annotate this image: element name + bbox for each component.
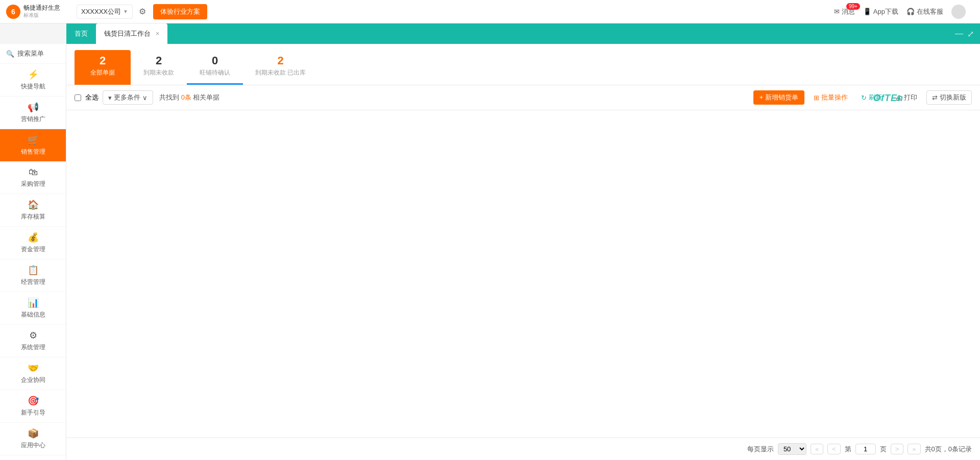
- print-button[interactable]: 🖨 打印: [891, 91, 921, 104]
- tab-bar-actions: — ⤢: [955, 29, 980, 39]
- stat-tab-overdue[interactable]: 2 到期未收款: [131, 50, 187, 85]
- sidebar-item-marketing[interactable]: 📢 营销推广: [0, 96, 66, 129]
- tab-minimize-btn[interactable]: —: [955, 29, 963, 38]
- page-prefix: 第: [845, 445, 851, 454]
- top-header: 6 畅捷通好生意 标准版 XXXXXX公司 ▼ ⚙ 体验行业方案 ✉ 消息 99…: [0, 0, 980, 23]
- sidebar-item-label: 快捷导航: [21, 82, 45, 91]
- basic-info-icon: 📊: [28, 297, 39, 308]
- stat-tab-pending[interactable]: 0 旺铺待确认: [187, 50, 243, 85]
- print-icon: 🖨: [895, 94, 902, 102]
- app-download[interactable]: 📱 App下载: [863, 7, 898, 16]
- sidebar-item-label: 库存核算: [21, 212, 45, 221]
- stat-label-overdue: 到期未收款: [143, 68, 174, 77]
- settings-icon[interactable]: ⚙: [137, 5, 148, 18]
- switch-icon: ⇄: [932, 94, 938, 102]
- tab-maximize-btn[interactable]: ⤢: [967, 29, 974, 39]
- sidebar-item-guide[interactable]: 🎯 新手引导: [0, 390, 66, 423]
- batch-icon: ⊞: [814, 94, 819, 102]
- filter-button[interactable]: ▾ 更多条件 ∨: [103, 90, 153, 105]
- inventory-icon: 🏠: [28, 199, 39, 210]
- chevron-down-icon: ▼: [123, 9, 128, 14]
- switch-version-button[interactable]: ⇄ 切换新版: [926, 90, 972, 105]
- logo-area: 6 畅捷通好生意 标准版: [6, 4, 72, 19]
- stat-tab-all[interactable]: 2 全部单据: [75, 50, 131, 85]
- select-all-label: 全选: [85, 93, 99, 102]
- download-icon: 📱: [863, 8, 871, 15]
- sidebar-item-label: 基础信息: [21, 310, 45, 319]
- sidebar-item-app-center[interactable]: 📦 应用中心: [0, 423, 66, 455]
- logo-icon: 6: [6, 5, 20, 19]
- layout: 🔍 搜索菜单 ⚡ 快捷导航 📢 营销推广 🛒 销售管理 🛍 采购管理 🏠 库存核…: [0, 44, 980, 460]
- sidebar-item-inventory[interactable]: 🏠 库存核算: [0, 194, 66, 227]
- toolbar-right: + 新增销货单 ⊞ 批量操作 ↻ 刷新 🖨 打印 ⇄ 切换新版: [753, 90, 972, 105]
- first-page-button[interactable]: «: [811, 444, 823, 454]
- header-right: ✉ 消息 99+ 📱 App下载 🎧 在线客服: [834, 5, 974, 19]
- message-icon: ✉: [834, 8, 840, 15]
- sidebar-item-wechat[interactable]: 💬 企业微信: [0, 455, 66, 460]
- tab-home[interactable]: 首页: [66, 23, 96, 44]
- found-suffix: 相关单据: [193, 93, 219, 101]
- sidebar-item-quick-nav[interactable]: ⚡ 快捷导航: [0, 64, 66, 96]
- search-menu[interactable]: 🔍 搜索菜单: [0, 44, 66, 64]
- found-count: 0条: [181, 93, 191, 101]
- company-selector[interactable]: XXXXXX公司 ▼: [77, 5, 133, 19]
- page-suffix: 页: [880, 445, 887, 454]
- sidebar-item-system[interactable]: ⚙ 系统管理: [0, 325, 66, 357]
- app-subtitle: 标准版: [23, 12, 60, 19]
- batch-operation-button[interactable]: ⊞ 批量操作: [810, 91, 852, 104]
- tab-close-icon[interactable]: ×: [156, 30, 159, 37]
- operations-icon: 📋: [28, 264, 39, 276]
- sidebar-item-sales[interactable]: 🛒 销售管理: [0, 129, 66, 162]
- system-icon: ⚙: [29, 330, 37, 341]
- home-label: 首页: [75, 29, 88, 38]
- tab-bar: 首页 钱货日清工作台 × — ⤢: [66, 23, 980, 44]
- stats-tabs: 2 全部单据 2 到期未收款 0 旺铺待确认 2 到期未收款 已出库: [66, 44, 980, 85]
- sidebar-item-label: 资金管理: [21, 245, 45, 254]
- app-title: 畅捷通好生意: [23, 4, 60, 12]
- batch-label: 批量操作: [821, 93, 848, 102]
- stat-tab-overdue-out[interactable]: 2 到期未收款 已出库: [243, 50, 318, 85]
- refresh-icon: ↻: [861, 94, 867, 102]
- add-sales-order-button[interactable]: + 新增销货单: [753, 90, 804, 105]
- switch-label: 切换新版: [940, 93, 966, 102]
- page-size-select[interactable]: 50 100: [778, 443, 806, 455]
- message-badge: 99+: [846, 3, 860, 10]
- sidebar-item-label: 销售管理: [21, 148, 45, 156]
- trial-button[interactable]: 体验行业方案: [153, 4, 207, 19]
- sidebar-item-label: 系统管理: [21, 343, 45, 352]
- online-support-label: 在线客服: [917, 7, 943, 16]
- last-page-button[interactable]: »: [908, 444, 920, 454]
- finance-icon: 💰: [28, 232, 39, 243]
- message-area[interactable]: ✉ 消息 99+: [834, 7, 855, 16]
- active-tab-label: 钱货日清工作台: [104, 29, 151, 38]
- next-page-button[interactable]: >: [891, 444, 904, 454]
- stat-label-pending: 旺铺待确认: [200, 68, 230, 77]
- sidebar-item-purchase[interactable]: 🛍 采购管理: [0, 162, 66, 194]
- sidebar-item-label: 采购管理: [21, 180, 45, 188]
- total-records: 共0页，0条记录: [925, 445, 972, 454]
- marketing-icon: 📢: [28, 102, 39, 113]
- sidebar-item-cooperation[interactable]: 🤝 企业协同: [0, 357, 66, 390]
- sidebar-item-label: 营销推广: [21, 115, 45, 124]
- found-prefix: 共找到: [159, 93, 179, 101]
- tab-active[interactable]: 钱货日清工作台 ×: [96, 23, 167, 44]
- filter-chevron: ∨: [142, 94, 148, 102]
- sidebar-item-operations[interactable]: 📋 经营管理: [0, 259, 66, 292]
- filter-label: 更多条件: [114, 93, 140, 102]
- online-support[interactable]: 🎧 在线客服: [906, 7, 943, 16]
- avatar[interactable]: [951, 5, 966, 19]
- guide-icon: 🎯: [28, 395, 39, 406]
- sidebar-item-basic-info[interactable]: 📊 基础信息: [0, 292, 66, 325]
- refresh-button[interactable]: ↻ 刷新: [857, 91, 886, 104]
- sales-icon: 🛒: [28, 134, 39, 146]
- app-download-label: App下载: [873, 7, 898, 16]
- sidebar-item-finance[interactable]: 💰 资金管理: [0, 227, 66, 259]
- select-all-checkbox[interactable]: [75, 94, 81, 101]
- purchase-icon: 🛍: [29, 167, 38, 178]
- sidebar: 🔍 搜索菜单 ⚡ 快捷导航 📢 营销推广 🛒 销售管理 🛍 采购管理 🏠 库存核…: [0, 44, 66, 460]
- prev-page-button[interactable]: <: [827, 444, 841, 454]
- page-number-input[interactable]: [855, 444, 876, 454]
- sidebar-item-label: 应用中心: [21, 441, 45, 450]
- stat-label-all: 全部单据: [90, 68, 115, 77]
- support-icon: 🎧: [906, 8, 915, 15]
